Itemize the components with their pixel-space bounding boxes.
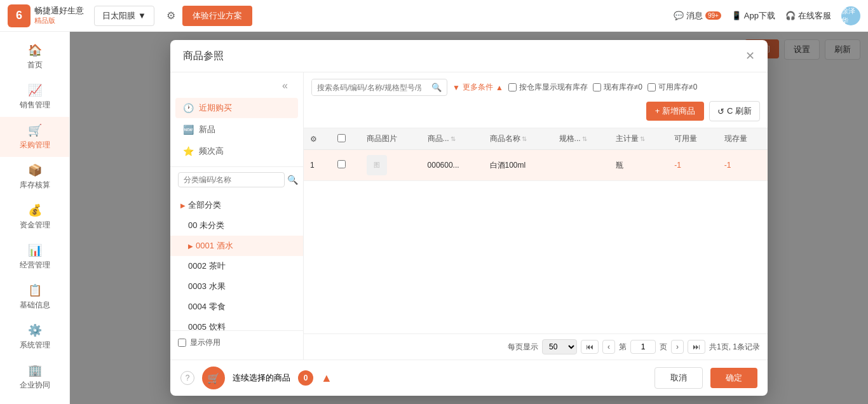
warehouse-checkbox-label[interactable]: 按仓库显示现有库存 [508,82,588,93]
filter-icon: ▼ [452,83,460,92]
category-search-input[interactable] [178,172,285,187]
recent-icon: 🕐 [183,103,194,113]
modal-toolbar: 🔍 ▼ 更多条件 ▲ 按仓库显示现有库存 [304,72,768,128]
category-item-uncategorized[interactable]: 00 未分类 [170,215,303,236]
select-all-checkbox[interactable] [337,134,346,142]
star-icon: ⭐ [183,146,194,156]
user-menu[interactable]: 徐泽华 [841,6,860,25]
th-unit[interactable]: 主计量 ⇅ [609,128,668,150]
close-icon[interactable]: ✕ [745,49,755,63]
operation-icon: 📊 [28,243,42,257]
experience-btn[interactable]: 体验行业方案 [182,6,252,26]
available-stock-checkbox-label[interactable]: 可用库存≠0 [648,82,697,93]
app-download-btn[interactable]: 📱 App下载 [731,10,775,22]
sidebar-item-inventory[interactable]: 📦 库存核算 [0,157,69,197]
message-badge: 99+ [705,11,721,20]
next-page-btn[interactable]: › [671,340,684,354]
category-item-tea[interactable]: 0002 茶叶 [170,256,303,276]
cancel-btn[interactable]: 取消 [654,367,703,389]
category-tree: ▶ 全部分类 00 未分类 ▶ 0001 酒水 0002 茶 [170,192,303,330]
cell-current: -1 [718,150,768,181]
page-input[interactable] [630,340,656,354]
more-filter-btn[interactable]: ▼ 更多条件 ▲ [452,82,503,93]
first-page-btn[interactable]: ⏮ [581,340,599,354]
basic-icon: 📋 [28,283,42,297]
th-name[interactable]: 商品名称 ⇅ [484,128,553,150]
th-settings[interactable]: ⚙ [304,128,331,150]
current-stock-checkbox[interactable] [593,83,601,91]
category-item-liquor[interactable]: ▶ 0001 酒水 [170,236,303,256]
collapse-footer-icon[interactable]: ▲ [321,372,332,385]
sidebar-item-label: 首页 [27,60,43,71]
home-icon: 🏠 [28,43,42,57]
cell-spec [553,150,610,181]
sort-icon-spec: ⇅ [582,135,587,142]
tab-high-frequency[interactable]: ⭐ 频次高 [175,141,298,161]
category-search-icon[interactable]: 🔍 [287,175,298,185]
logo-icon: 6 [8,4,31,27]
th-checkbox[interactable] [331,128,360,150]
product-search-icon[interactable]: 🔍 [426,79,447,95]
help-icon[interactable]: ? [180,371,194,385]
product-image: 图 [367,155,387,175]
sidebar-item-system[interactable]: ⚙️ 系统管理 [0,317,69,357]
sidebar-item-operation[interactable]: 📊 经营管理 [0,237,69,277]
category-item-fruit[interactable]: 0003 水果 [170,276,303,297]
modal-footer: ? 🛒 连续选择的商品 0 ▲ 取消 确定 [170,360,768,396]
modal-left-tabs: « 🕐 近期购买 🆕 新品 ⭐ [170,77,303,167]
sidebar-item-enterprise[interactable]: 🏢 企业协同 [0,357,69,397]
category-item-beverage[interactable]: 0005 饮料 [170,317,303,330]
add-product-btn[interactable]: + 新增商品 [646,102,704,121]
new-icon: 🆕 [183,125,194,135]
category-item-all[interactable]: ▶ 全部分类 [170,195,303,215]
inventory-icon: 📦 [28,163,42,177]
sidebar-item-label: 经营管理 [20,260,50,271]
table-row[interactable]: 1 图 000600... 白酒100ml 瓶 [304,150,768,181]
sidebar-item-label: 资金管理 [20,220,50,231]
collapse-left-btn[interactable]: « [277,77,293,94]
tab-new-products[interactable]: 🆕 新品 [175,119,298,140]
row-checkbox[interactable] [337,160,346,168]
product-table-wrapper: ⚙ 商品图片 商品... ⇅ [304,128,768,333]
sidebar-item-finance[interactable]: 💰 资金管理 [0,197,69,237]
product-search-input[interactable] [312,80,426,95]
th-code[interactable]: 商品... ⇅ [421,128,484,150]
refresh-btn[interactable]: ↺ C 刷新 [709,101,760,121]
sidebar-item-purchase[interactable]: 🛒 采购管理 [0,117,69,157]
per-page-select[interactable]: 50 100 200 [542,339,577,354]
settings-icon[interactable]: ⚙ [159,4,182,27]
current-stock-checkbox-label[interactable]: 现有库存≠0 [593,82,642,93]
th-spec[interactable]: 规格... ⇅ [553,128,610,150]
modal-left-panel: « 🕐 近期购买 🆕 新品 ⭐ [170,72,304,360]
available-stock-checkbox[interactable] [648,83,656,91]
product-reference-modal: 商品参照 ✕ « 🕐 近期购买 [170,40,768,396]
pagination-row: 每页显示 50 100 200 ⏮ ‹ 第 页 › [304,333,768,360]
th-current: 现存量 [718,128,768,150]
confirm-btn[interactable]: 确定 [710,368,757,388]
message-btn[interactable]: 💬 消息 99+ [674,10,721,22]
tab-recent-purchase[interactable]: 🕐 近期购买 [175,98,298,118]
cell-code: 000600... [421,150,484,181]
top-nav: 6 畅捷通好生意 精品版 日太阳膜 ▼ ⚙ 体验行业方案 💬 消息 99+ 📱 … [0,0,868,32]
sort-icon: ⇅ [451,135,456,142]
sidebar-item-basic[interactable]: 📋 基础信息 [0,277,69,317]
store-dropdown[interactable]: 日太阳膜 ▼ [94,6,154,26]
service-btn[interactable]: 🎧 在线客服 [785,10,831,22]
message-icon: 💬 [674,11,684,20]
prev-page-btn[interactable]: ‹ [602,340,615,354]
cart-icon[interactable]: 🛒 [202,367,225,389]
show-disabled-checkbox[interactable] [178,339,186,347]
arrow-right-icon: ▶ [180,202,186,209]
cell-available: -1 [668,150,717,181]
sidebar-item-sales[interactable]: 📈 销售管理 [0,77,69,117]
warehouse-checkbox[interactable] [508,83,517,91]
sidebar-item-home[interactable]: 🏠 首页 [0,37,69,77]
last-page-btn[interactable]: ⏭ [688,340,705,354]
cell-image: 图 [360,150,421,181]
sidebar-item-guide[interactable]: 🔰 新手引导 [0,397,69,404]
cell-checkbox[interactable] [331,150,360,181]
avatar: 徐泽华 [841,6,860,25]
category-item-snack[interactable]: 0004 零食 [170,297,303,317]
phone-icon: 📱 [731,11,742,20]
system-icon: ⚙️ [28,323,42,337]
